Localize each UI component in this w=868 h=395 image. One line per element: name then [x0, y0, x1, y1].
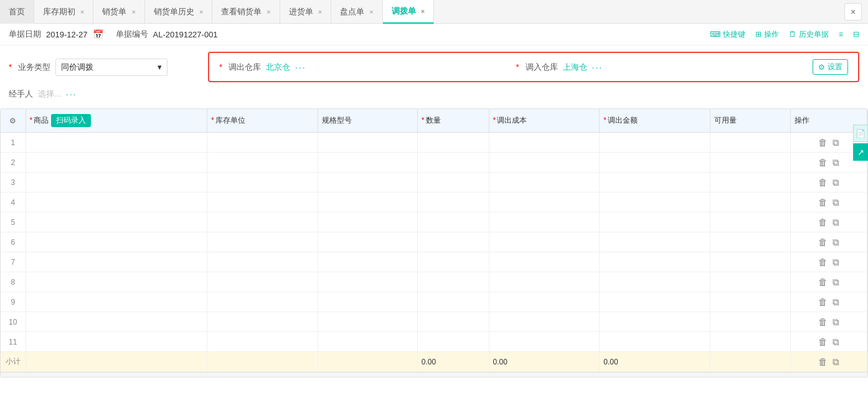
- cell-amount-3[interactable]: [600, 173, 710, 193]
- cell-cost-1[interactable]: [489, 133, 600, 153]
- tab-sales-history[interactable]: 销货单历史 ×: [145, 0, 212, 24]
- table-scroll-bar[interactable]: [1, 372, 867, 377]
- cell-product-10[interactable]: [26, 312, 207, 332]
- cell-product-6[interactable]: [26, 232, 207, 252]
- delete-row-button-8[interactable]: 🗑: [818, 277, 828, 287]
- handler-more-button[interactable]: ···: [66, 89, 77, 99]
- tab-purchase-order-close[interactable]: ×: [318, 8, 322, 16]
- delete-row-button-3[interactable]: 🗑: [818, 177, 828, 188]
- subtotal-copy-button[interactable]: ⧉: [833, 356, 839, 368]
- copy-row-button-6[interactable]: ⧉: [833, 237, 839, 248]
- cell-product-4[interactable]: [26, 193, 207, 212]
- warehouse-out-more-button[interactable]: ···: [295, 62, 306, 72]
- tab-view-sales[interactable]: 查看销货单 ×: [212, 0, 280, 24]
- cell-spec-10[interactable]: [318, 312, 417, 332]
- cell-amount-7[interactable]: [600, 252, 710, 272]
- cell-cost-3[interactable]: [489, 173, 600, 193]
- cell-spec-9[interactable]: [318, 292, 417, 312]
- cell-available-9[interactable]: [710, 292, 790, 312]
- tab-sales-order-close[interactable]: ×: [131, 8, 135, 16]
- cell-spec-3[interactable]: [318, 173, 417, 193]
- cell-unit-1[interactable]: [207, 133, 318, 153]
- copy-row-button-10[interactable]: ⧉: [833, 316, 839, 328]
- shortcuts-button[interactable]: ⌨ 快捷键: [710, 29, 745, 40]
- delete-row-button-9[interactable]: 🗑: [818, 297, 828, 307]
- layout2-button[interactable]: ⊟: [853, 30, 859, 39]
- cell-spec-5[interactable]: [318, 212, 417, 232]
- cell-amount-4[interactable]: [600, 193, 710, 212]
- cell-amount-9[interactable]: [600, 292, 710, 312]
- cell-unit-8[interactable]: [207, 272, 318, 292]
- delete-row-button-2[interactable]: 🗑: [818, 157, 828, 168]
- cell-qty-11[interactable]: [417, 332, 489, 352]
- delete-row-button-6[interactable]: 🗑: [818, 237, 828, 247]
- cell-available-6[interactable]: [710, 232, 790, 252]
- layout1-button[interactable]: ≡: [839, 30, 843, 39]
- cell-amount-11[interactable]: [600, 332, 710, 352]
- cell-unit-5[interactable]: [207, 212, 318, 232]
- history-button[interactable]: 🗒 历史单据: [789, 29, 829, 40]
- setting-button[interactable]: ⚙ 设置: [813, 59, 848, 75]
- cell-available-1[interactable]: [710, 133, 790, 153]
- cell-amount-10[interactable]: [600, 312, 710, 332]
- tab-transfer-order[interactable]: 调拨单 ×: [383, 0, 434, 24]
- delete-row-button-7[interactable]: 🗑: [818, 257, 828, 267]
- cell-unit-9[interactable]: [207, 292, 318, 312]
- cell-spec-2[interactable]: [318, 153, 417, 173]
- cell-unit-4[interactable]: [207, 193, 318, 212]
- delete-row-button-11[interactable]: 🗑: [818, 336, 828, 347]
- cell-unit-6[interactable]: [207, 232, 318, 252]
- cell-qty-4[interactable]: [417, 193, 489, 212]
- copy-row-button-4[interactable]: ⧉: [833, 197, 839, 208]
- delete-row-button-4[interactable]: 🗑: [818, 197, 828, 207]
- tab-transfer-order-close[interactable]: ×: [421, 7, 425, 15]
- cell-qty-9[interactable]: [417, 292, 489, 312]
- copy-row-button-1[interactable]: ⧉: [833, 137, 839, 148]
- tab-view-sales-close[interactable]: ×: [267, 8, 270, 16]
- cell-qty-10[interactable]: [417, 312, 489, 332]
- cell-cost-4[interactable]: [489, 193, 600, 212]
- tab-inventory-init-close[interactable]: ×: [80, 8, 84, 16]
- tab-purchase-order[interactable]: 进货单 ×: [280, 0, 331, 24]
- tab-inventory-check[interactable]: 盘点单 ×: [331, 0, 382, 24]
- cell-unit-10[interactable]: [207, 312, 318, 332]
- cell-product-7[interactable]: [26, 252, 207, 272]
- copy-row-button-11[interactable]: ⧉: [833, 336, 839, 348]
- cell-product-5[interactable]: [26, 212, 207, 232]
- calendar-icon[interactable]: 📅: [93, 29, 103, 39]
- delete-row-button-1[interactable]: 🗑: [818, 137, 828, 148]
- delete-row-button-10[interactable]: 🗑: [818, 316, 828, 327]
- cell-unit-3[interactable]: [207, 173, 318, 193]
- cell-cost-11[interactable]: [489, 332, 600, 352]
- cell-qty-1[interactable]: [417, 133, 489, 153]
- cell-qty-6[interactable]: [417, 232, 489, 252]
- tab-sales-order[interactable]: 销货单 ×: [93, 0, 144, 24]
- cell-available-5[interactable]: [710, 212, 790, 232]
- cell-unit-11[interactable]: [207, 332, 318, 352]
- cell-amount-6[interactable]: [600, 232, 710, 252]
- cell-spec-1[interactable]: [318, 133, 417, 153]
- cell-qty-8[interactable]: [417, 272, 489, 292]
- handler-input[interactable]: 选择...: [38, 88, 61, 100]
- tab-inventory-check-close[interactable]: ×: [369, 8, 373, 16]
- window-close-button[interactable]: ×: [844, 3, 862, 21]
- cell-cost-9[interactable]: [489, 292, 600, 312]
- operations-button[interactable]: ⊞ 操作: [755, 29, 779, 40]
- cell-qty-7[interactable]: [417, 252, 489, 272]
- copy-row-button-7[interactable]: ⧉: [833, 257, 839, 268]
- cell-cost-10[interactable]: [489, 312, 600, 332]
- tab-inventory-init[interactable]: 库存期初 ×: [34, 0, 93, 24]
- business-type-select[interactable]: 同价调拨 ▾: [55, 59, 167, 76]
- cell-cost-2[interactable]: [489, 153, 600, 173]
- cell-product-1[interactable]: [26, 133, 207, 153]
- subtotal-delete-button[interactable]: 🗑: [818, 356, 828, 367]
- cell-cost-6[interactable]: [489, 232, 600, 252]
- copy-row-button-3[interactable]: ⧉: [833, 177, 839, 188]
- cell-product-2[interactable]: [26, 153, 207, 173]
- copy-row-button-5[interactable]: ⧉: [833, 217, 839, 228]
- sidebar-doc-button[interactable]: 📄: [853, 125, 868, 142]
- copy-row-button-9[interactable]: ⧉: [833, 297, 839, 308]
- cell-available-8[interactable]: [710, 272, 790, 292]
- cell-spec-6[interactable]: [318, 232, 417, 252]
- delete-row-button-5[interactable]: 🗑: [818, 217, 828, 227]
